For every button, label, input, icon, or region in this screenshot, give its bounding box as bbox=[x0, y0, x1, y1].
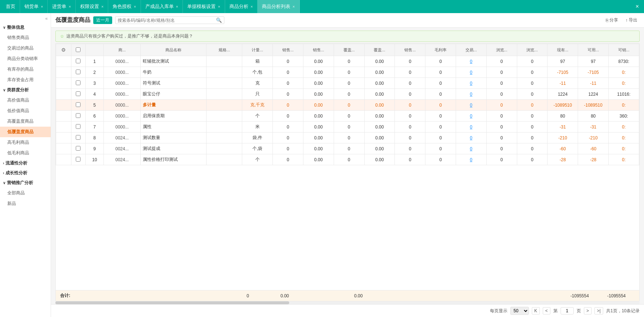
share-icon: ⎘ bbox=[606, 18, 608, 23]
sidebar-group-overall[interactable]: ∨ 整体信息 bbox=[0, 23, 51, 32]
row-coverage2: 0.00 bbox=[364, 111, 395, 122]
row-check[interactable] bbox=[71, 89, 85, 100]
close-icon[interactable]: × bbox=[101, 4, 103, 9]
nav-tab-product-inbound[interactable]: 产成品入库单 × bbox=[141, 0, 183, 13]
sidebar-item-traded-goods[interactable]: 交易过的商品 bbox=[0, 43, 51, 54]
row-check[interactable] bbox=[71, 143, 85, 154]
row-trade[interactable]: 0 bbox=[456, 122, 486, 132]
sidebar-item-new-goods[interactable]: 新品 bbox=[0, 198, 51, 209]
row-trade[interactable]: 0 bbox=[456, 89, 486, 100]
sidebar-group-cluster[interactable]: ∨ 类群度分析 bbox=[0, 85, 51, 95]
row-coverage1: 0 bbox=[334, 122, 364, 132]
row-browse1: 0 bbox=[486, 100, 517, 111]
content-area: 低覆盖度商品 近一月 🔍 ⎘ 分享 ↑ 导出 ☆ 这类商品只有很少客户购买过，是… bbox=[51, 13, 644, 317]
row-checkbox[interactable] bbox=[76, 59, 80, 63]
sidebar-item-high-value[interactable]: 高价值商品 bbox=[0, 95, 51, 106]
row-check[interactable] bbox=[71, 56, 85, 67]
row-coverage2: 0.00 bbox=[364, 154, 395, 165]
row-checkbox[interactable] bbox=[76, 157, 80, 162]
horizontal-scrollbar[interactable] bbox=[55, 301, 640, 304]
row-checkbox[interactable] bbox=[76, 91, 80, 96]
export-button[interactable]: ↑ 导出 bbox=[623, 16, 640, 24]
sidebar-item-sales-goods[interactable]: 销售类商品 bbox=[0, 32, 51, 43]
sidebar-collapse-button[interactable]: « bbox=[0, 15, 51, 23]
row-checkbox[interactable] bbox=[76, 70, 80, 74]
row-checkbox[interactable] bbox=[76, 80, 80, 85]
row-check[interactable] bbox=[71, 100, 85, 111]
first-page-button[interactable]: K bbox=[532, 307, 540, 314]
nav-tab-analysis-list[interactable]: 商品分析列表 × bbox=[258, 0, 299, 13]
prev-page-button[interactable]: < bbox=[543, 307, 550, 314]
sidebar-item-all-goods[interactable]: 全部商品 bbox=[0, 188, 51, 198]
row-check[interactable] bbox=[71, 154, 85, 165]
row-checkbox[interactable] bbox=[76, 113, 80, 118]
row-code: 0000... bbox=[104, 122, 141, 132]
close-icon[interactable]: × bbox=[251, 4, 253, 9]
row-trade[interactable]: 0 bbox=[456, 100, 486, 111]
close-icon[interactable]: × bbox=[134, 4, 136, 9]
row-checkbox[interactable] bbox=[76, 146, 80, 151]
settings-icon[interactable]: ⚙ bbox=[61, 47, 66, 53]
row-name: 属性价格打印测试 bbox=[140, 154, 207, 165]
sidebar-group-liquidity[interactable]: › 流通性分析 bbox=[0, 158, 51, 168]
row-trade[interactable]: 0 bbox=[456, 111, 486, 122]
sidebar-item-category-turnover[interactable]: 商品分类动销率 bbox=[0, 54, 51, 64]
search-input[interactable] bbox=[118, 18, 216, 23]
row-trade[interactable]: 0 bbox=[456, 67, 486, 78]
nav-tab-home[interactable]: 首页 bbox=[1, 0, 20, 13]
sidebar-group-growth[interactable]: › 成长性分析 bbox=[0, 168, 51, 178]
row-check[interactable] bbox=[71, 111, 85, 122]
row-sales-amt: 0.00 bbox=[303, 154, 334, 165]
share-button[interactable]: ⎘ 分享 bbox=[604, 16, 620, 24]
row-gross-rate: 0 bbox=[425, 56, 456, 67]
row-sellable: 0: bbox=[609, 132, 639, 143]
row-trade[interactable]: 0 bbox=[456, 78, 486, 89]
close-all-button[interactable]: × bbox=[632, 3, 643, 10]
close-icon[interactable]: × bbox=[218, 4, 220, 9]
row-trade[interactable]: 0 bbox=[456, 154, 486, 165]
nav-tab-role[interactable]: 角色授权 × bbox=[108, 0, 141, 13]
th-check[interactable] bbox=[71, 44, 85, 56]
row-trade[interactable]: 0 bbox=[456, 56, 486, 67]
sidebar-group-marketing[interactable]: ∨ 营销推广分析 bbox=[0, 178, 51, 188]
sidebar-item-low-margin[interactable]: 低毛利商品 bbox=[0, 148, 51, 158]
row-checkbox[interactable] bbox=[76, 102, 80, 107]
page-number-input[interactable] bbox=[561, 307, 574, 314]
sidebar-item-in-stock[interactable]: 有库存的商品 bbox=[0, 64, 51, 75]
next-page-button[interactable]: > bbox=[584, 307, 592, 314]
row-code: 0000... bbox=[104, 111, 141, 122]
row-trade[interactable]: 0 bbox=[456, 143, 486, 154]
close-icon[interactable]: × bbox=[292, 4, 295, 9]
nav-tab-purchase[interactable]: 进货单 × bbox=[48, 0, 75, 13]
nav-tab-permission[interactable]: 权限设置 × bbox=[76, 0, 108, 13]
sidebar-item-low-coverage[interactable]: 低覆盖度商品 bbox=[0, 127, 51, 137]
nav-tab-sales[interactable]: 销货单 × bbox=[20, 0, 48, 13]
sidebar-item-inventory-capital[interactable]: 库存资金占用 bbox=[0, 75, 51, 85]
row-check[interactable] bbox=[71, 67, 85, 78]
sidebar-item-high-coverage[interactable]: 高覆盖度商品 bbox=[0, 116, 51, 127]
row-checkbox[interactable] bbox=[76, 135, 80, 140]
last-page-button[interactable]: >| bbox=[594, 307, 603, 314]
close-icon[interactable]: × bbox=[176, 4, 178, 9]
row-trade[interactable]: 0 bbox=[456, 132, 486, 143]
row-check[interactable] bbox=[71, 122, 85, 132]
nav-tab-template[interactable]: 单据模板设置 × bbox=[183, 0, 225, 13]
row-coverage2: 0.00 bbox=[364, 100, 395, 111]
page-size-select[interactable]: 50 100 200 bbox=[510, 307, 529, 315]
search-icon[interactable]: 🔍 bbox=[216, 17, 222, 23]
row-coverage2: 0.00 bbox=[364, 143, 395, 154]
scrollbar-thumb[interactable] bbox=[55, 301, 289, 304]
close-icon[interactable]: × bbox=[68, 4, 71, 9]
row-settings bbox=[56, 56, 71, 67]
close-icon[interactable]: × bbox=[41, 4, 43, 9]
row-check[interactable] bbox=[71, 78, 85, 89]
select-all-checkbox[interactable] bbox=[76, 47, 80, 52]
nav-tab-analysis[interactable]: 商品分析 × bbox=[225, 0, 258, 13]
th-settings[interactable]: ⚙ bbox=[56, 44, 71, 56]
time-filter-button[interactable]: 近一月 bbox=[93, 16, 112, 24]
sidebar-item-low-value[interactable]: 低价值商品 bbox=[0, 106, 51, 116]
row-checkbox[interactable] bbox=[76, 124, 80, 129]
row-check[interactable] bbox=[71, 132, 85, 143]
sidebar-item-high-margin[interactable]: 高毛利商品 bbox=[0, 137, 51, 148]
row-spec bbox=[207, 143, 242, 154]
